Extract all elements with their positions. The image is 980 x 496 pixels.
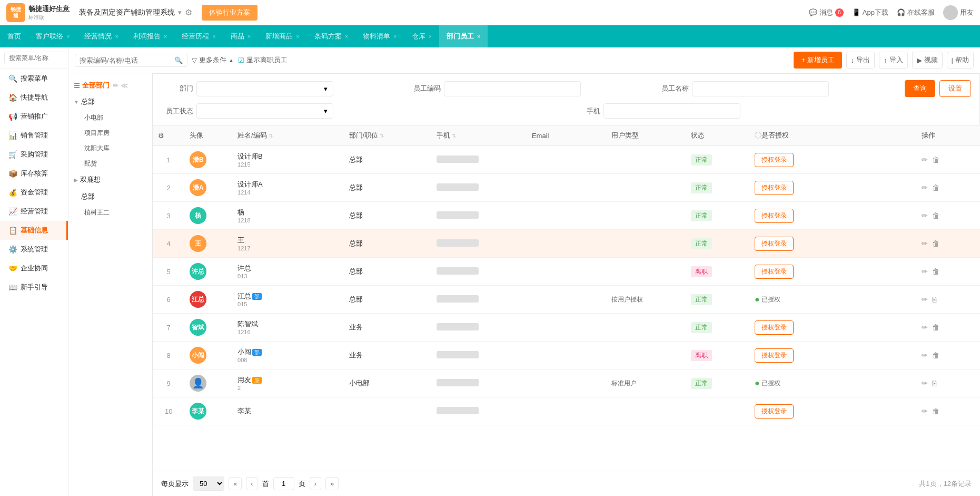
title-arrow-icon[interactable]: ▾ bbox=[178, 8, 182, 16]
delete-icon[interactable]: 🗑 bbox=[932, 351, 939, 359]
delete-icon[interactable]: 🗑 bbox=[932, 267, 939, 276]
auth-button[interactable]: 授权登录 bbox=[755, 348, 794, 363]
close-icon[interactable]: × bbox=[212, 33, 215, 40]
tab-profit[interactable]: 利润报告× bbox=[126, 25, 174, 47]
close-icon[interactable]: × bbox=[477, 33, 480, 40]
sidebar-item-guide[interactable]: 📖新手引导 bbox=[0, 278, 68, 297]
tab-history[interactable]: 经营历程× bbox=[174, 25, 223, 47]
app-download-button[interactable]: 📱 App下载 bbox=[852, 8, 888, 17]
copy-icon[interactable]: ⎘ bbox=[932, 295, 936, 304]
collapse-icon[interactable]: ≪ bbox=[121, 82, 128, 90]
auth-button[interactable]: 授权登录 bbox=[755, 404, 794, 419]
tab-bom[interactable]: 物料清单× bbox=[355, 25, 404, 47]
edit-icon[interactable]: ✏ bbox=[922, 239, 928, 248]
sidebar-item-marketing[interactable]: 📢营销推广 bbox=[0, 107, 68, 126]
dept-node-proj[interactable]: 项目库房 bbox=[68, 125, 152, 141]
tab-goods[interactable]: 商品× bbox=[223, 25, 258, 47]
close-icon[interactable]: × bbox=[115, 33, 118, 40]
sidebar-search-input[interactable] bbox=[4, 52, 68, 64]
tab-barcode[interactable]: 条码方案× bbox=[307, 25, 355, 47]
next-page-button[interactable]: › bbox=[310, 477, 321, 490]
copy-icon[interactable]: ⎘ bbox=[932, 379, 936, 387]
status-select[interactable]: ▾ bbox=[196, 103, 333, 119]
view-button[interactable]: ▶ 视频 bbox=[912, 52, 943, 69]
trial-button[interactable]: 体验行业方案 bbox=[202, 5, 258, 21]
close-icon[interactable]: × bbox=[66, 33, 70, 40]
close-icon[interactable]: × bbox=[345, 33, 348, 40]
dept-node-shuanglu[interactable]: ▶ 双鹿想 bbox=[68, 171, 152, 188]
sidebar-item-finance[interactable]: 💰资金管理 bbox=[0, 183, 68, 202]
edit-icon[interactable]: ✏ bbox=[922, 407, 928, 415]
edit-icon[interactable]: ✏ bbox=[922, 379, 928, 387]
col-phone[interactable]: 手机⇅ bbox=[431, 125, 527, 146]
export-button[interactable]: ↓ 导出 bbox=[846, 52, 875, 69]
dept-node-shenyang[interactable]: 沈阳大库 bbox=[68, 141, 152, 156]
user-menu-button[interactable]: 用友 bbox=[943, 5, 974, 20]
phone-input[interactable] bbox=[603, 103, 740, 119]
delete-icon[interactable]: 🗑 bbox=[932, 239, 939, 248]
dept-node-peihuo[interactable]: 配货 bbox=[68, 156, 152, 171]
close-icon[interactable]: × bbox=[393, 33, 397, 40]
dept-node-zongbu-root[interactable]: ▼ 总部 bbox=[68, 93, 152, 110]
sidebar-item-basic[interactable]: 📋基础信息 bbox=[0, 221, 68, 240]
sidebar-item-nav[interactable]: 🏠快捷导航 bbox=[0, 88, 68, 107]
sidebar-item-purchase[interactable]: 🛒采购管理 bbox=[0, 145, 68, 164]
online-service-button[interactable]: 🎧 在线客服 bbox=[897, 8, 935, 17]
more-filter-button[interactable]: ▽ 更多条件 ▲ bbox=[192, 55, 234, 65]
search-input[interactable] bbox=[80, 56, 174, 64]
close-icon[interactable]: × bbox=[296, 33, 299, 40]
delete-icon[interactable]: 🗑 bbox=[932, 323, 939, 332]
edit-icon[interactable]: ✏ bbox=[922, 295, 928, 304]
sidebar-item-collab[interactable]: 🤝企业协同 bbox=[0, 259, 68, 278]
sidebar-item-search[interactable]: 🔍搜索菜单 bbox=[0, 69, 68, 88]
delete-icon[interactable]: 🗑 bbox=[932, 407, 939, 415]
edit-icon[interactable]: ✏ bbox=[922, 183, 928, 192]
sidebar-item-biz[interactable]: 📈经营管理 bbox=[0, 202, 68, 221]
employee-name-input[interactable] bbox=[692, 81, 829, 96]
add-employee-button[interactable]: + 新增员工 bbox=[794, 52, 842, 69]
dept-node-zhishu[interactable]: 植树王二 bbox=[68, 205, 152, 220]
edit-icon[interactable]: ✏ bbox=[922, 267, 928, 276]
auth-button[interactable]: 授权登录 bbox=[755, 209, 794, 223]
last-page-button[interactable]: » bbox=[325, 477, 339, 490]
auth-button[interactable]: 授权登录 bbox=[755, 320, 794, 335]
dept-node-xiao[interactable]: 小电部 bbox=[68, 110, 152, 125]
col-name[interactable]: 姓名/编码⇅ bbox=[232, 125, 343, 146]
tab-customer[interactable]: 客户联络× bbox=[28, 25, 77, 47]
close-icon[interactable]: × bbox=[248, 33, 251, 40]
prev-page-button[interactable]: ‹ bbox=[246, 477, 258, 490]
set-button[interactable]: 设置 bbox=[939, 80, 971, 97]
tab-warehouse[interactable]: 仓库× bbox=[404, 25, 439, 47]
auth-button[interactable]: 授权登录 bbox=[755, 181, 794, 195]
import-button[interactable]: ↑ 导入 bbox=[879, 52, 908, 69]
delete-icon[interactable]: 🗑 bbox=[932, 211, 939, 220]
delete-icon[interactable]: 🗑 bbox=[932, 183, 939, 192]
tab-operation[interactable]: 经营情况× bbox=[77, 25, 125, 47]
edit-icon[interactable]: ✏ bbox=[922, 211, 928, 220]
col-dept[interactable]: 部门/职位⇅ bbox=[344, 125, 431, 146]
page-input[interactable] bbox=[273, 477, 294, 490]
message-button[interactable]: 💬 消息 6 bbox=[809, 8, 844, 17]
edit-icon[interactable]: ✏ bbox=[922, 351, 928, 359]
auth-button[interactable]: 授权登录 bbox=[755, 153, 794, 167]
delete-icon[interactable]: 🗑 bbox=[932, 155, 939, 164]
dept-node-zongbu2[interactable]: 总部 bbox=[68, 188, 152, 205]
employee-code-input[interactable] bbox=[444, 81, 581, 96]
sidebar-item-system[interactable]: ⚙️系统管理 bbox=[0, 240, 68, 259]
col-settings[interactable]: ⚙ bbox=[153, 125, 184, 146]
auth-button[interactable]: 授权登录 bbox=[755, 265, 794, 279]
settings-icon[interactable]: ⚙ bbox=[185, 7, 192, 17]
edit-icon[interactable]: ✏ bbox=[113, 82, 118, 90]
edit-icon[interactable]: ✏ bbox=[922, 323, 928, 332]
tab-new-goods[interactable]: 新增商品× bbox=[258, 25, 306, 47]
sidebar-item-inventory[interactable]: 📦库存核算 bbox=[0, 164, 68, 183]
page-size-select[interactable]: 50 100 bbox=[193, 476, 224, 491]
query-button[interactable]: 查询 bbox=[905, 80, 935, 97]
tab-employees[interactable]: 部门员工× bbox=[439, 25, 488, 47]
dept-select[interactable]: ▾ bbox=[196, 81, 333, 96]
tab-home[interactable]: 首页 bbox=[0, 25, 28, 47]
close-icon[interactable]: × bbox=[429, 33, 432, 40]
show-departed-checkbox[interactable]: ☑ 显示离职员工 bbox=[238, 55, 288, 65]
edit-icon[interactable]: ✏ bbox=[922, 155, 928, 164]
help-button[interactable]: | 帮助 bbox=[947, 52, 974, 69]
